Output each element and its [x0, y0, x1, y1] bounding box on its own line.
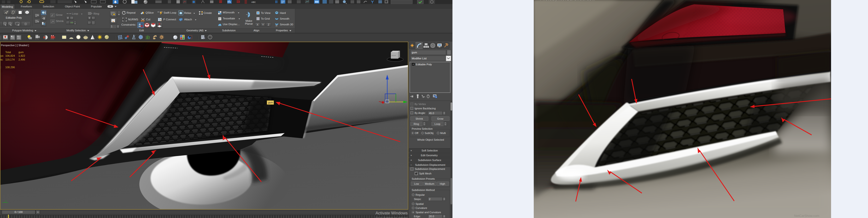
svg-text:20.0: 20.0 — [429, 215, 434, 218]
svg-text:Modifier List: Modifier List — [412, 57, 427, 60]
svg-text:gum: gum — [19, 51, 24, 53]
svg-text:PhotoBy:NetCarShow.com: PhotoBy:NetCarShow.com — [540, 0, 596, 1]
svg-text:Edge:: Edge: — [414, 215, 421, 218]
svg-text:Soft Selection: Soft Selection — [422, 149, 438, 152]
svg-text:Medium: Medium — [425, 182, 434, 185]
svg-text:gum: gum — [268, 101, 273, 104]
svg-text:Subdivision Presets: Subdivision Presets — [412, 177, 435, 180]
svg-text:High: High — [440, 182, 445, 185]
svg-text:+: + — [410, 154, 412, 157]
svg-text:45.0: 45.0 — [429, 112, 434, 115]
svg-text:Whole Object Selected: Whole Object Selected — [417, 138, 444, 141]
svg-text:RIGHT: RIGHT — [392, 55, 396, 56]
svg-text:Preview Selection: Preview Selection — [412, 127, 433, 130]
svg-text:30: 30 — [276, 25, 277, 27]
svg-text:2: 2 — [429, 198, 430, 201]
svg-text:Subdivision Surface: Subdivision Surface — [418, 159, 441, 161]
svg-text:Curvature: Curvature — [415, 207, 427, 209]
svg-text:Regular: Regular — [415, 193, 425, 196]
svg-text:2,496: 2,496 — [19, 58, 25, 61]
svg-text:Ring: Ring — [414, 122, 419, 125]
svg-text::: : — [0, 66, 1, 69]
svg-text:By Angle:: By Angle: — [414, 111, 426, 114]
svg-text:Subdivision Displacement: Subdivision Displacement — [415, 168, 445, 170]
svg-text:0x: 0x — [160, 36, 162, 38]
svg-text:?: ? — [209, 36, 211, 39]
svg-text:Perspective ] [ Shaded ]: Perspective ] [ Shaded ] — [1, 44, 29, 47]
svg-text:Grow: Grow — [437, 117, 443, 120]
svg-text:gum: gum — [412, 51, 417, 54]
svg-text:Spatial and Curvature: Spatial and Curvature — [415, 211, 441, 214]
svg-text:Subdivision Displacement: Subdivision Displacement — [415, 164, 445, 166]
svg-text:HF: HF — [153, 36, 156, 39]
svg-text:y: y — [5, 199, 6, 202]
svg-text:Shrink: Shrink — [415, 117, 423, 120]
svg-text:1,822: 1,822 — [19, 54, 25, 57]
svg-text:Editable Poly: Editable Poly — [416, 63, 432, 66]
svg-text:+: + — [410, 149, 412, 152]
svg-text:Multi: Multi — [440, 132, 446, 135]
svg-text:Spatial: Spatial — [415, 203, 424, 205]
svg-text:ABC: ABC — [251, 1, 256, 3]
svg-text:+: + — [410, 159, 412, 161]
svg-text:Low: Low — [414, 182, 419, 185]
svg-text:Ignore Backfacing: Ignore Backfacing — [414, 107, 436, 110]
svg-text:−: − — [410, 164, 412, 166]
svg-text:ts:: ts: — [0, 58, 3, 61]
svg-text:Subdivision Method: Subdivision Method — [412, 189, 435, 191]
svg-text:119,174: 119,174 — [5, 58, 14, 61]
svg-text:SubObj: SubObj — [425, 132, 434, 135]
svg-text:Split Mesh: Split Mesh — [419, 172, 431, 175]
svg-text:Steps:: Steps: — [414, 198, 421, 201]
svg-text:106,824: 106,824 — [5, 54, 15, 57]
svg-text:108.296: 108.296 — [5, 66, 15, 69]
svg-text:Loop: Loop — [434, 122, 440, 125]
svg-text:ys:: ys: — [0, 54, 4, 57]
svg-text:Total: Total — [5, 51, 11, 53]
svg-text:Edit Geometry: Edit Geometry — [421, 154, 438, 157]
svg-text:NetCarShow.com: NetCarShow.com — [794, 214, 819, 218]
svg-text:By Vertex: By Vertex — [414, 103, 426, 106]
svg-text:Off: Off — [415, 132, 418, 135]
